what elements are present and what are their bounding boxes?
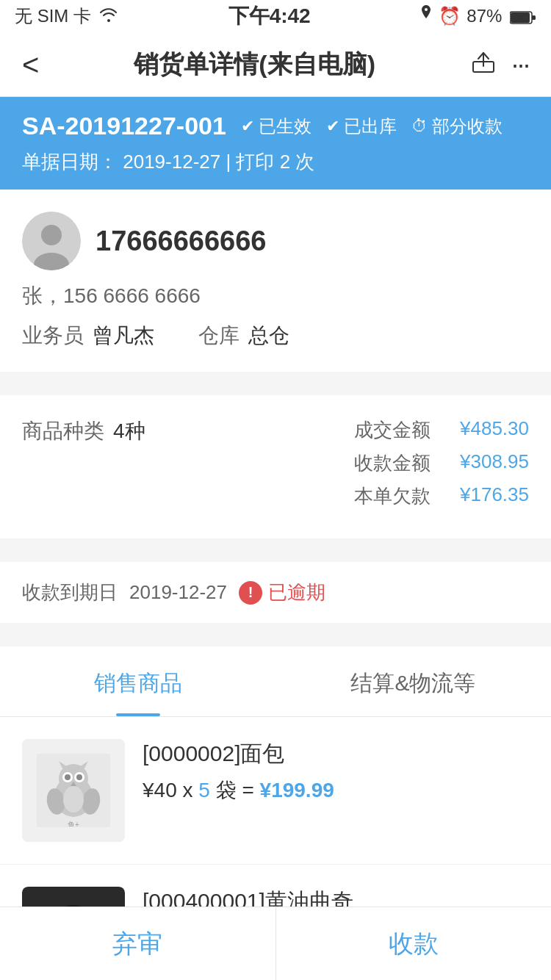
- summary-section: 商品种类 4种 成交金额 ¥485.30 收款金额 ¥308.95 本单欠款 ¥…: [0, 395, 551, 538]
- customer-meta: 业务员 曾凡杰 仓库 总仓: [22, 322, 529, 350]
- product-info-1: [0000002]面包 ¥40 x 5 袋 = ¥199.99: [143, 739, 529, 804]
- svg-rect-2: [532, 15, 536, 20]
- status-time: 下午4:42: [228, 2, 311, 30]
- carrier-label: 无 SIM 卡: [15, 4, 91, 28]
- status-shipped: ✔ 已出库: [326, 115, 397, 138]
- svg-point-20: [63, 786, 84, 813]
- order-date-row: 单据日期： 2019-12-27 | 打印 2 次: [22, 149, 529, 175]
- divider1: [0, 383, 551, 395]
- status-effective: ✔ 已生效: [241, 115, 311, 138]
- due-row: 本单欠款 ¥176.35: [354, 483, 529, 509]
- svg-point-13: [65, 774, 71, 780]
- svg-point-6: [41, 225, 62, 245]
- due-date-section: 收款到期日 2019-12-27 ! 已逾期: [0, 562, 551, 623]
- tab-settlement[interactable]: 结算&物流等: [276, 646, 551, 716]
- summary-left: 商品种类 4种: [22, 417, 145, 445]
- status-partial: ⏱ 部分收款: [411, 115, 503, 138]
- svg-rect-1: [511, 12, 530, 23]
- summary-right: 成交金额 ¥485.30 收款金额 ¥308.95 本单欠款 ¥176.35: [354, 417, 529, 516]
- category-info: 商品种类 4种: [22, 417, 145, 445]
- avatar: [22, 212, 81, 270]
- due-date-value: 2019-12-27: [129, 581, 227, 604]
- overdue-badge: ! 已逾期: [239, 580, 325, 605]
- product-item: 鱼+ [0000002]面包 ¥40 x 5 袋 = ¥199.99: [0, 717, 551, 865]
- status-left: 无 SIM 卡: [15, 4, 119, 28]
- customer-id: 17666666666: [96, 226, 266, 257]
- collect-button[interactable]: 收款: [276, 907, 552, 980]
- transaction-row: 成交金额 ¥485.30: [354, 417, 529, 443]
- order-id: SA-20191227-001: [22, 112, 226, 140]
- collected-row: 收款金额 ¥308.95: [354, 450, 529, 476]
- divider2: [0, 550, 551, 562]
- customer-top: 17666666666: [22, 212, 529, 270]
- tabs-section: 销售商品 结算&物流等: [0, 646, 551, 717]
- order-header: SA-20191227-001 ✔ 已生效 ✔ 已出库 ⏱ 部分收款 单据日期：…: [0, 97, 551, 190]
- battery-label: 87%: [467, 6, 536, 26]
- nav-bar: < 销货单详情(来自电脑) ···: [0, 32, 551, 97]
- salesperson-meta: 业务员 曾凡杰: [22, 322, 154, 350]
- back-button[interactable]: <: [22, 50, 39, 79]
- page-title: 销货单详情(来自电脑): [134, 48, 375, 82]
- overdue-icon: !: [239, 581, 262, 605]
- product-name-1: [0000002]面包: [143, 739, 529, 769]
- wifi-icon: [98, 6, 119, 26]
- due-date-label: 收款到期日: [22, 580, 118, 605]
- nav-right: ···: [470, 48, 529, 81]
- location-icon: [419, 5, 433, 27]
- nav-left: <: [22, 50, 39, 79]
- svg-point-14: [76, 774, 82, 780]
- cancel-button[interactable]: 弃审: [0, 907, 276, 980]
- overdue-label: 已逾期: [268, 580, 325, 605]
- product-price-1: ¥40 x 5 袋 = ¥199.99: [143, 777, 529, 804]
- bottom-bar: 弃审 收款: [0, 907, 551, 980]
- status-right: ⏰ 87%: [419, 5, 536, 27]
- share-button[interactable]: [470, 48, 497, 81]
- customer-name: 张，156 6666 6666: [22, 282, 529, 310]
- status-bar: 无 SIM 卡 下午4:42 ⏰ 87%: [0, 0, 551, 32]
- warehouse-meta: 仓库 总仓: [198, 322, 289, 350]
- tab-sales-products[interactable]: 销售商品: [0, 646, 276, 716]
- divider3: [0, 635, 551, 646]
- svg-text:鱼+: 鱼+: [68, 821, 79, 827]
- alarm-icon: ⏰: [439, 6, 461, 26]
- customer-section: 17666666666 张，156 6666 6666 业务员 曾凡杰 仓库 总…: [0, 190, 551, 372]
- more-button[interactable]: ···: [511, 49, 529, 80]
- product-image-1: 鱼+: [22, 739, 125, 842]
- tabs-row: 销售商品 结算&物流等: [0, 646, 551, 717]
